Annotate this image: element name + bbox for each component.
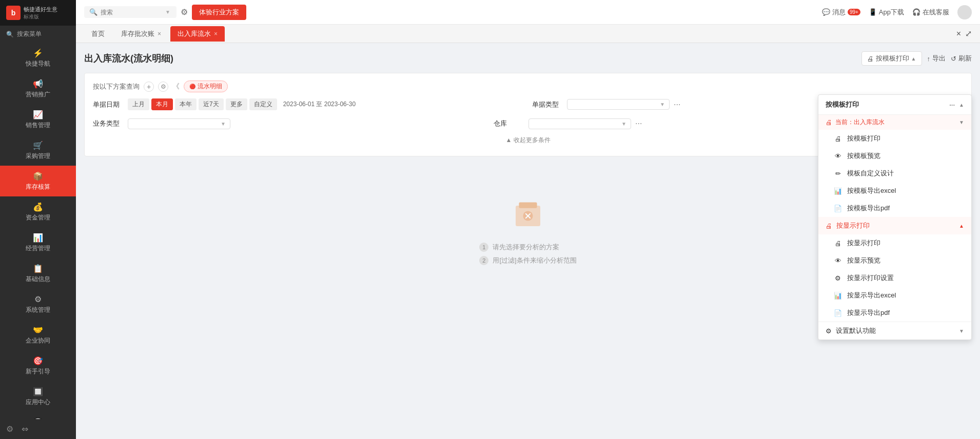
app-download-btn[interactable]: 📱 App下载 bbox=[869, 8, 904, 17]
caret-up-icon: ▲ bbox=[911, 56, 916, 62]
dropdown-display-excel[interactable]: 📊 按显示导出excel bbox=[818, 287, 971, 304]
sidebar-item-label: 新手引导 bbox=[26, 367, 50, 376]
dropdown-footer[interactable]: ⚙ 设置默认功能 ▼ bbox=[818, 322, 971, 340]
date-btn-this-month[interactable]: 本月 bbox=[151, 98, 173, 110]
sidebar-item-label: 销售管理 bbox=[26, 121, 50, 130]
doc-type-select[interactable]: ▼ bbox=[567, 99, 670, 110]
doc-type-more[interactable]: ··· bbox=[674, 100, 680, 109]
app-center-icon: 🔲 bbox=[33, 386, 43, 396]
date-btn-custom[interactable]: 自定义 bbox=[249, 98, 277, 110]
dropdown-current: 🖨 当前：出入库流水 ▼ bbox=[818, 115, 971, 130]
warehouse-more[interactable]: ··· bbox=[635, 119, 642, 128]
tab-batch[interactable]: 库存批次账× bbox=[114, 26, 168, 42]
dropdown-template-excel[interactable]: 📊 按模板导出excel bbox=[818, 182, 971, 199]
business-type-field: 业务类型 ▼ bbox=[93, 118, 485, 129]
export-icon: ↑ bbox=[927, 55, 931, 63]
tab-home[interactable]: 首页 bbox=[84, 26, 112, 42]
date-btn-this-year[interactable]: 本年 bbox=[175, 98, 197, 110]
sidebar-item-label: 企业协同 bbox=[26, 336, 50, 345]
print-btn[interactable]: 🖨 按模板打印 ▲ bbox=[861, 51, 922, 66]
filter-add-btn[interactable]: + bbox=[144, 82, 154, 92]
sidebar-item-label: 采购管理 bbox=[26, 152, 50, 161]
sidebar-item-finance[interactable]: 💰资金管理 bbox=[0, 196, 76, 227]
display-settings-icon: ⚙ bbox=[834, 274, 842, 282]
settings-icon[interactable]: ⚙ bbox=[6, 424, 13, 434]
sidebar-search[interactable]: 🔍 搜索菜单 bbox=[0, 26, 76, 43]
sidebar-item-system[interactable]: ⚙系统管理 bbox=[0, 289, 76, 320]
tab-close-btn[interactable]: × bbox=[214, 30, 218, 37]
filter-collapse-btn[interactable]: 《 bbox=[172, 82, 180, 91]
page-header: 出入库流水(流水明细) 🖨 按模板打印 ▲ ↑ 导出 ↺ 刷新 bbox=[84, 51, 972, 66]
sidebar-item-cooperation[interactable]: 🤝企业协同 bbox=[0, 320, 76, 350]
dropdown-display-pdf[interactable]: 📄 按显示导出pdf bbox=[818, 304, 971, 322]
tab-close-all-btn[interactable]: × bbox=[956, 29, 961, 38]
sidebar-item-label: 基础信息 bbox=[26, 275, 50, 284]
doc-type-label: 单据类型 bbox=[532, 100, 563, 109]
dropdown-template-print[interactable]: 🖨 按模板打印 bbox=[818, 130, 971, 147]
sidebar-item-sales[interactable]: 📈销售管理 bbox=[0, 104, 76, 135]
print-icon: 🖨 bbox=[834, 134, 842, 143]
tabbar-right: × ⤢ bbox=[956, 29, 972, 38]
empty-step-1: 1 请先选择要分析的方案 bbox=[479, 243, 576, 252]
sidebar-item-purchase[interactable]: 🛒采购管理 bbox=[0, 135, 76, 166]
date-btn-7days[interactable]: 近7天 bbox=[199, 98, 224, 110]
user-avatar[interactable] bbox=[957, 5, 972, 19]
message-icon: 💬 bbox=[822, 8, 830, 16]
sidebar-item-guide[interactable]: 🎯新手引导 bbox=[0, 350, 76, 381]
tab-flow[interactable]: 出入库流水× bbox=[170, 26, 225, 42]
dropdown-display-print[interactable]: 🖨 按显示打印 bbox=[818, 234, 971, 252]
expand-icon[interactable]: ⇔ bbox=[22, 424, 28, 434]
dropdown-header: 按模板打印 ··· ▲ bbox=[818, 95, 971, 115]
pdf-icon: 📄 bbox=[834, 204, 842, 212]
tag-icon: 🔴 bbox=[189, 84, 195, 89]
topbar-search-box[interactable]: 🔍 ▼ bbox=[84, 6, 177, 18]
excel-icon: 📊 bbox=[834, 187, 842, 195]
chevron-up-icon[interactable]: ▲ bbox=[959, 102, 964, 108]
current-indicator-icon: 🖨 bbox=[826, 118, 832, 126]
sidebar-item-inventory[interactable]: 📦库存核算 bbox=[0, 166, 76, 196]
dropdown-display-preview[interactable]: 👁 按显示预览 bbox=[818, 252, 971, 269]
sidebar-item-operation[interactable]: 📊经营管理 bbox=[0, 227, 76, 258]
dots-icon[interactable]: ··· bbox=[949, 101, 955, 109]
finance-icon: 💰 bbox=[33, 202, 43, 212]
sidebar-item-basic[interactable]: 📋基础信息 bbox=[0, 258, 76, 289]
online-service-btn[interactable]: 🎧 在线客服 bbox=[912, 8, 949, 17]
warehouse-label: 仓库 bbox=[494, 119, 524, 128]
gear-icon[interactable]: ⚙ bbox=[181, 7, 188, 17]
design-icon: ✏ bbox=[834, 169, 842, 177]
dropdown-template-preview[interactable]: 👁 按模板预览 bbox=[818, 147, 971, 165]
preview-icon: 👁 bbox=[834, 152, 842, 160]
dropdown-template-pdf[interactable]: 📄 按模板导出pdf bbox=[818, 199, 971, 217]
search-input[interactable] bbox=[101, 9, 162, 16]
sidebar-item-app-center[interactable]: 🔲应用中心 bbox=[0, 381, 76, 412]
topbar-left: 🔍 ▼ ⚙ 体验行业方案 bbox=[84, 5, 816, 20]
empty-steps: 1 请先选择要分析的方案 2 用[过滤]条件来缩小分析范围 bbox=[479, 243, 576, 265]
operation-icon: 📊 bbox=[33, 232, 43, 243]
dropdown-display-section[interactable]: 🖨 按显示打印 ▲ bbox=[818, 217, 971, 234]
display-preview-icon: 👁 bbox=[834, 256, 842, 265]
tab-close-btn[interactable]: × bbox=[158, 30, 161, 37]
cooperation-icon: 🤝 bbox=[33, 325, 43, 335]
warehouse-select[interactable]: ▼ bbox=[528, 118, 631, 129]
industry-btn[interactable]: 体验行业方案 bbox=[192, 5, 246, 20]
filter-settings-btn[interactable]: ⚙ bbox=[158, 82, 168, 92]
display-pdf-icon: 📄 bbox=[834, 309, 842, 317]
date-label: 单据日期 bbox=[93, 100, 124, 109]
tab-label: 首页 bbox=[91, 29, 105, 38]
sidebar-item-quick-nav[interactable]: ⚡快捷导航 bbox=[0, 43, 76, 73]
refresh-btn[interactable]: ↺ 刷新 bbox=[951, 54, 972, 63]
business-type-select[interactable]: ▼ bbox=[128, 118, 230, 129]
sidebar-bottom: ⚙ ⇔ bbox=[0, 419, 76, 439]
dropdown-display-settings[interactable]: ⚙ 按显示打印设置 bbox=[818, 269, 971, 287]
date-btn-prev-month[interactable]: 上月 bbox=[128, 98, 149, 110]
date-btn-more[interactable]: 更多 bbox=[226, 98, 247, 110]
export-btn[interactable]: ↑ 导出 bbox=[927, 54, 946, 63]
dropdown-template-custom[interactable]: ✏ 模板自定义设计 bbox=[818, 165, 971, 182]
message-btn[interactable]: 💬 消息 99+ bbox=[822, 8, 860, 17]
sidebar-item-marketing[interactable]: 📢营销推广 bbox=[0, 73, 76, 104]
sidebar-item-wechat[interactable]: 💬企业微信 bbox=[0, 412, 76, 419]
tab-expand-btn[interactable]: ⤢ bbox=[965, 29, 972, 38]
date-range: 2023-06-01 至 2023-06-30 bbox=[283, 100, 356, 109]
page-actions: 🖨 按模板打印 ▲ ↑ 导出 ↺ 刷新 bbox=[861, 51, 972, 66]
sidebar-item-label: 营销推广 bbox=[26, 90, 50, 99]
